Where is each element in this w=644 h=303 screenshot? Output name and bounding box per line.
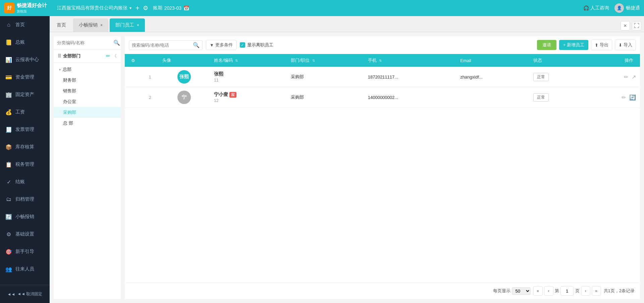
page-number-input[interactable] <box>560 286 574 296</box>
top-header: 好 畅捷通好会计 旗舰版 江西服宝精品有限责任公司内账张 ▾ + ⚙ 账期 20… <box>0 0 644 16</box>
more-icon[interactable]: ↗ <box>632 74 636 80</box>
col-status: 状态 <box>529 54 586 67</box>
sidebar-label-reports: 云报表中心 <box>15 57 39 63</box>
invite-button[interactable]: 邀请 <box>537 40 556 50</box>
row-avatar-cell: 宁 <box>158 87 210 108</box>
sidebar-item-assets[interactable]: 🏢 固定资产 <box>0 86 50 103</box>
page-content: 🔍 ⠿ 全部部门 ✏ 《 ▾ 总部 <box>50 32 644 303</box>
sidebar-item-ledger[interactable]: 📒 总账 <box>0 34 50 51</box>
page-size-selector[interactable]: 每页显示 10 20 50 100 <box>493 287 531 295</box>
sidebar-item-inventory[interactable]: 📦 库存核算 <box>0 138 50 156</box>
sidebar-item-checkout[interactable]: ✓ 结账 <box>0 173 50 191</box>
dept-item-label: 总部 <box>63 66 71 72</box>
row-status-cell: 正常 <box>529 87 586 108</box>
newguide-icon: 🎯 <box>5 249 12 255</box>
sidebar-item-tax[interactable]: 📋 税务管理 <box>0 156 50 173</box>
import-button[interactable]: ⬇ 导入 <box>615 40 636 50</box>
more-icon[interactable]: 🔄 <box>629 94 636 101</box>
last-page-button[interactable]: » <box>592 286 601 296</box>
service-button[interactable]: 🎧 人工咨询 <box>583 5 609 11</box>
sidebar-item-reports[interactable]: 📊 云报表中心 <box>0 51 50 68</box>
prev-page-button[interactable]: ‹ <box>544 286 553 296</box>
sidebar-item-newguide[interactable]: 🎯 新手引导 <box>0 243 50 260</box>
export-button[interactable]: ⬆ 导出 <box>591 40 612 50</box>
status-badge: 正常 <box>533 93 549 102</box>
tab-deptemployee-close[interactable]: × <box>137 23 139 28</box>
close-tab-button[interactable]: × <box>621 21 630 31</box>
row-phone-cell: 14000000002... <box>364 87 456 108</box>
search-icon[interactable]: 🔍 <box>193 42 200 48</box>
service-label: 人工咨询 <box>590 5 609 11</box>
filter-button[interactable]: ▼ 更多条件 <box>206 40 236 50</box>
col-settings[interactable]: ⚙ <box>125 54 142 67</box>
username: 畅捷通 <box>626 5 640 11</box>
dept-tree-item-sales[interactable]: 销售部 <box>54 86 121 96</box>
emp-code: 11 <box>214 78 283 83</box>
sidebar-item-home[interactable]: ⌂ 首页 <box>0 16 50 34</box>
tab-xiaochangreport-label: 小畅报销 <box>79 22 98 28</box>
fullscreen-button[interactable]: ⛶ <box>632 21 641 31</box>
row-email-cell <box>456 87 529 108</box>
row-phone-cell: 18720211117... <box>364 67 456 87</box>
dept-collapse-icon[interactable]: 《 <box>112 53 117 59</box>
dept-tree-item-finance[interactable]: 财务部 <box>54 75 121 86</box>
row-number: 1 <box>142 67 158 87</box>
resigned-checkbox[interactable]: ✓ <box>240 42 245 48</box>
dept-tree: ▾ 总部 财务部 销售部 办公室 采购部 <box>54 63 121 299</box>
col-phone[interactable]: 手机 ⇅ <box>364 54 456 67</box>
dept-edit-icon[interactable]: ✏ <box>106 53 110 59</box>
sidebar-item-invoice[interactable]: 🧾 发票管理 <box>0 121 50 138</box>
dept-tree-item-purchasing[interactable]: 采购部 <box>54 107 121 118</box>
col-dept[interactable]: 部门/职位 ⇅ <box>287 54 364 67</box>
search-input[interactable] <box>132 43 191 48</box>
dept-tree-item-office[interactable]: 办公室 <box>54 96 121 107</box>
calendar-icon[interactable]: 📅 <box>183 5 189 11</box>
sidebar-item-settings[interactable]: ⚙ 基础设置 <box>0 225 50 243</box>
show-resigned-label: 显示离职员工 <box>247 42 273 48</box>
next-page-button[interactable]: › <box>581 286 590 296</box>
row-number: 2 <box>142 87 158 108</box>
sidebar-item-funds[interactable]: 💳 资金管理 <box>0 68 50 86</box>
user-menu[interactable]: 👤 畅捷通 <box>614 3 640 13</box>
first-page-button[interactable]: « <box>533 286 543 296</box>
col-name[interactable]: 姓名/编码 ⇅ <box>210 54 287 67</box>
salary-icon: 💰 <box>5 109 12 115</box>
tab-xiaochangreport-close[interactable]: × <box>100 23 103 28</box>
tab-xiaochangreport[interactable]: 小畅报销 × <box>73 18 108 32</box>
search-box[interactable]: 🔍 <box>129 40 203 50</box>
unfix-button[interactable]: ◄◄ ◄◄ 取消固定 <box>0 288 50 300</box>
sidebar-item-contacts[interactable]: 👥 往来人员 <box>0 260 50 278</box>
logo-area: 好 畅捷通好会计 旗舰版 <box>4 2 54 14</box>
row-settings-cell <box>125 87 142 108</box>
company-dropdown-icon[interactable]: ▾ <box>129 6 131 10</box>
dept-search-icon[interactable]: 🔍 <box>113 40 120 46</box>
dept-item-label: 总 部 <box>63 120 73 126</box>
page-size-select[interactable]: 10 20 50 100 <box>512 287 531 295</box>
header-right: 🎧 人工咨询 👤 畅捷通 <box>583 3 640 13</box>
row-dept-cell: 采购部 <box>287 87 364 108</box>
import-label: 导入 <box>624 42 632 48</box>
sidebar-item-salary[interactable]: 💰 工资 <box>0 103 50 121</box>
add-employee-button[interactable]: + 新增员工 <box>559 40 588 50</box>
filter-icon: ▼ <box>210 43 214 48</box>
col-actions: 操作 <box>586 54 640 67</box>
dept-tree-item-general2[interactable]: 总 部 <box>54 118 121 129</box>
tab-deptemployee[interactable]: 部门员工 × <box>110 18 145 32</box>
tab-home[interactable]: 首页 <box>51 18 72 32</box>
settings-icon[interactable]: ⚙ <box>143 4 148 12</box>
emp-table: ⚙ 头像 姓名/编码 ⇅ 部门/职位 ⇅ 手机 ⇅ Email 状态 操作 <box>125 54 640 283</box>
sidebar-item-archive[interactable]: 🗂 归档管理 <box>0 191 50 208</box>
dept-tree-item-general[interactable]: ▾ 总部 <box>54 64 121 75</box>
sidebar-item-xiaochangreport[interactable]: 🔄 小畅报销 <box>0 208 50 225</box>
show-resigned-toggle[interactable]: ✓ 显示离职员工 <box>240 42 273 48</box>
edit-icon[interactable]: ✏ <box>622 94 626 101</box>
dept-search-input[interactable] <box>57 40 113 45</box>
period-selector[interactable]: 账期 2023-03 📅 <box>153 5 189 11</box>
emp-code: 12 <box>214 98 283 103</box>
assets-icon: 🏢 <box>5 92 12 98</box>
add-company-button[interactable]: + <box>136 4 140 12</box>
row-actions-cell: ✏ ↗ <box>586 67 640 87</box>
company-selector[interactable]: 江西服宝精品有限责任公司内账张 ▾ <box>57 5 131 11</box>
edit-icon[interactable]: ✏ <box>624 74 628 80</box>
content-area: 首页 小畅报销 × 部门员工 × × ⛶ 🔍 <box>50 16 644 303</box>
